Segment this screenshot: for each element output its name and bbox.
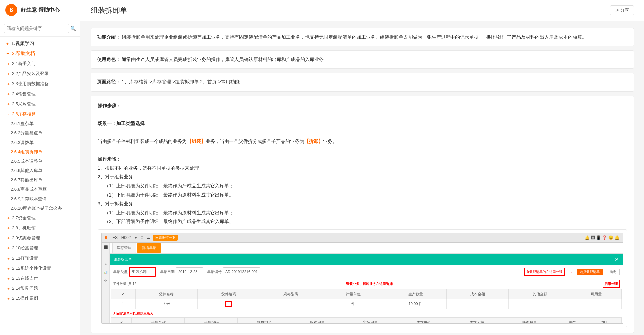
sidebar-item-newcomer[interactable]: ＋ 2.1新手入门 bbox=[0, 59, 80, 69]
mock-logo: 6 bbox=[105, 234, 107, 242]
sidebar-item-outbound[interactable]: 2.6.7其他出库单 bbox=[0, 175, 80, 185]
mock-code-highlighted bbox=[225, 301, 232, 307]
role-text: 通常由生产人员或库管人员完成折装业务的操作，库管人员确认原材料的出库和产成品的入… bbox=[122, 57, 324, 62]
sidebar-item-data[interactable]: ＋ 2.3使用前数据准备 bbox=[0, 79, 80, 89]
mock-bom-btn[interactable]: 选择装配清单 bbox=[577, 269, 603, 275]
mock-row1-check: 1 bbox=[111, 299, 136, 309]
expand-sm-icon: ＋ bbox=[7, 236, 10, 241]
sidebar-item-purchase[interactable]: ＋ 2.5采购管理 bbox=[0, 99, 80, 109]
mock-icon2: ☁ bbox=[146, 234, 150, 242]
mock-company: TEST-H002 bbox=[110, 234, 131, 242]
sidebar-item-custom[interactable]: ＋ 2.12系统个性化设置 bbox=[0, 263, 80, 273]
search-input[interactable] bbox=[4, 24, 69, 33]
mock-col-qty: 生产数量 bbox=[384, 289, 447, 299]
expand-sm-icon: ＋ bbox=[7, 296, 10, 301]
mock-row1-other bbox=[509, 299, 571, 309]
sidebar-item-adjust[interactable]: 2.6.3调拨单 bbox=[0, 138, 80, 147]
mock-has-bom-annotation: 有装配清单的在这里处理 bbox=[524, 268, 565, 276]
mock-lower-col11: 加工 bbox=[589, 318, 621, 324]
mock-lower-col8: 成本金额 bbox=[450, 318, 503, 324]
mock-top-bar: 6 TEST-H002 ▼ ⊙ ☁ 同票据打一下 🔔 🅰 📱 ❓ 😊 🔔 bbox=[102, 233, 623, 243]
mock-lower-col4: 规格型号 bbox=[238, 318, 291, 324]
mock-enabled-annotation: 启用处理 bbox=[603, 280, 620, 288]
mock-field-num: 单据编号 AD-201912216-001 bbox=[207, 267, 260, 276]
mock-subtype-count: 共 1/ bbox=[128, 281, 136, 287]
expand-sm-icon: ＋ bbox=[7, 256, 10, 261]
sidebar-item-video[interactable]: ＋ 1.视频学习 bbox=[0, 39, 80, 49]
page-title: 组装拆卸单 bbox=[91, 5, 127, 15]
expand-sm-icon: ＋ bbox=[7, 276, 10, 281]
path-label: 页面路径： bbox=[97, 79, 120, 85]
mock-sidebar-icons: ⬛ ☰ ＋ 📊 ⚙ bbox=[102, 243, 110, 323]
sidebar-item-mobile[interactable]: ＋ 2.8手机旺铺 bbox=[0, 223, 80, 233]
role-label: 使用角色： bbox=[97, 57, 120, 62]
sidebar-item-cases[interactable]: ＋ 2.15操作案例 bbox=[0, 293, 80, 303]
mock-green-bar: 组装拆卸单 ✕ bbox=[110, 254, 623, 265]
sidebar-item-faq[interactable]: ＋ 2.14常见问题 bbox=[0, 283, 80, 293]
sidebar-item-print[interactable]: ＋ 2.11打印设置 bbox=[0, 253, 80, 263]
steps-block: 操作步骤： 场景一：加工类型选择 当由多个子件材料组装成一个成品的业务为【组装】… bbox=[91, 96, 634, 333]
sidebar-item-sales[interactable]: ＋ 2.4销售管理 bbox=[0, 89, 80, 99]
sidebar-item-costrecalc[interactable]: 2.6.8商品成本重算 bbox=[0, 185, 80, 194]
sidebar-item-payment[interactable]: ＋ 2.13在线支付 bbox=[0, 273, 80, 283]
mock-green-title: 组装拆卸单 bbox=[114, 256, 132, 263]
sidebar-item-coupon[interactable]: ＋ 2.9优惠券管理 bbox=[0, 233, 80, 243]
mock-tab-inventory[interactable]: 库存管理 bbox=[112, 243, 136, 253]
main-header: 组装拆卸单 ↗ 分享 bbox=[80, 0, 644, 21]
mock-close-btn[interactable]: ✕ bbox=[615, 255, 619, 264]
steps-heading: 操作步骤： bbox=[98, 155, 627, 164]
mock-col-check: ✓ bbox=[111, 289, 136, 299]
mock-type-row: 子件数量 共 1/ 组装业务、拆卸业务在这里选择 启用处理 bbox=[110, 279, 623, 289]
mock-tab-new[interactable]: 新增单据 bbox=[137, 243, 161, 253]
mock-col-cost: 成本金额 bbox=[446, 289, 509, 299]
mock-num-value[interactable]: AD-201912216-001 bbox=[223, 267, 260, 276]
mock-row1-spec bbox=[260, 299, 322, 309]
sidebar-item-stockerror[interactable]: 2.6.10库存账本错了怎么办 bbox=[0, 204, 80, 213]
sidebar-item-finance[interactable]: ＋ 2.7资金管理 bbox=[0, 213, 80, 223]
sidebar-item-assembly[interactable]: 2.6.4组装拆卸单 bbox=[0, 147, 80, 157]
assembly-keyword: 【组装】 bbox=[187, 138, 206, 144]
mock-row1-name: 关米 bbox=[135, 299, 198, 309]
mock-row1-code bbox=[198, 299, 260, 309]
mock-topbtn[interactable]: 同票据打一下 bbox=[153, 235, 178, 241]
sidebar-item-ops[interactable]: ＋ 2.10经营管理 bbox=[0, 243, 80, 253]
mock-confirm-btn[interactable]: 确定 bbox=[607, 269, 620, 275]
mock-type-label: 单据类型 bbox=[113, 268, 128, 275]
share-button[interactable]: ↗ 分享 bbox=[610, 5, 634, 15]
sidebar-item-install[interactable]: ＋ 2.2产品安装及登录 bbox=[0, 69, 80, 79]
search-button[interactable]: 🔍 bbox=[70, 26, 76, 31]
mock-lower-col9: 账面数量 bbox=[503, 318, 556, 324]
sidebar-item-cost[interactable]: 2.6.5成本调整单 bbox=[0, 157, 80, 166]
mock-assembly-annotation: 组装业务、拆卸业务在这里选择 bbox=[346, 281, 393, 287]
expand-sm-icon: ＋ bbox=[7, 246, 10, 251]
step2-2: （2）下部明细为子件明细，最终作为原材料生成其它出库单。 bbox=[104, 190, 627, 200]
app-title: 好生意 帮助中心 bbox=[21, 7, 60, 14]
sidebar-item-stockquery[interactable]: 2.6.9库存账本查询 bbox=[0, 194, 80, 204]
mock-icon-list: ☰ bbox=[104, 253, 107, 259]
mock-col-other: 其他金额 bbox=[509, 289, 571, 299]
sidebar-item-inbound[interactable]: 2.6.6其他入库单 bbox=[0, 166, 80, 175]
app-logo: 6 bbox=[5, 4, 17, 16]
sidebar-item-stocktake[interactable]: 2.6.1盘点单 bbox=[0, 119, 80, 128]
mock-lower-col2: 子件名称 bbox=[132, 318, 185, 324]
mock-lower-col1: ✓ bbox=[111, 318, 132, 324]
search-box: 🔍 bbox=[0, 20, 80, 37]
mock-row1-unit: 件 bbox=[322, 299, 384, 309]
mock-field-type: 单据类型 组装拆卸 bbox=[113, 267, 156, 277]
mock-field-date: 单据日期 2019-12-28 bbox=[160, 267, 203, 276]
mock-form-row: 单据类型 组装拆卸 单据日期 2019-12-28 单据编号 AD-201912… bbox=[110, 265, 623, 279]
mock-col-avail: 可用量 bbox=[571, 289, 622, 299]
mock-icon-home: ⬛ bbox=[104, 244, 108, 250]
mock-date-value[interactable]: 2019-12-28 bbox=[176, 267, 203, 276]
sidebar-item-split[interactable]: 2.6.2分量盘点单 bbox=[0, 128, 80, 138]
step2: 2、对于组装业务 bbox=[98, 172, 627, 181]
mock-num-label: 单据编号 bbox=[207, 268, 222, 275]
scene1-desc: 当由多个子件材料组装成一个成品的业务为【组装】业务，当由一个父件拆分成多个子产品… bbox=[98, 137, 627, 146]
sidebar-item-inventory[interactable]: － 2.6库存核算 bbox=[0, 109, 80, 119]
collapse-sm-icon: － bbox=[7, 112, 10, 117]
sidebar-item-docs[interactable]: － 2.帮助文档 bbox=[0, 49, 80, 59]
sidebar-header: 6 好生意 帮助中心 bbox=[0, 0, 80, 20]
mock-lower-col10: 差异 bbox=[556, 318, 589, 324]
screenshot-container: 6 TEST-H002 ▼ ⊙ ☁ 同票据打一下 🔔 🅰 📱 ❓ 😊 🔔 ⬛ bbox=[98, 229, 627, 327]
mock-type-value[interactable]: 组装拆卸 bbox=[129, 267, 156, 277]
